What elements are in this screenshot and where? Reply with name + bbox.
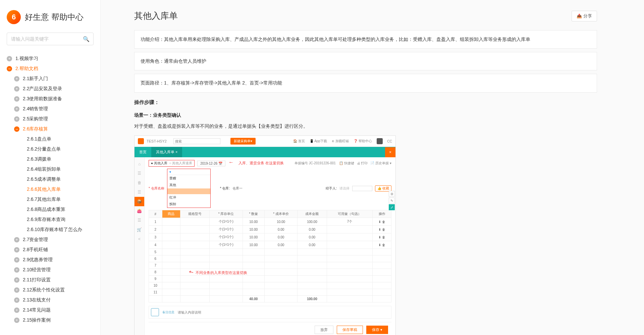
expand-icon[interactable]: + — [14, 277, 19, 283]
sidebar-item[interactable]: +2.4销售管理 — [7, 104, 94, 114]
expand-icon[interactable]: + — [14, 308, 19, 313]
ss-dropdown-head[interactable]: ▾ — [167, 169, 210, 175]
sidebar-item[interactable]: +2.13在线支付 — [7, 295, 94, 305]
ss-nav-icon-active[interactable]: 📦 — [135, 197, 144, 206]
ss-toolbar-link[interactable]: 📋 快捷键 — [339, 161, 354, 166]
expand-icon[interactable]: + — [14, 257, 19, 263]
ss-nav-icon[interactable]: 👛 — [135, 206, 144, 216]
expand-icon[interactable]: + — [14, 116, 19, 122]
share-button[interactable]: 📤 分享 — [572, 11, 597, 21]
sidebar-item[interactable]: 2.6.6其他入库单 — [7, 184, 94, 194]
expand-icon[interactable]: + — [14, 287, 19, 293]
expand-icon[interactable]: + — [14, 96, 19, 102]
ss-nav-icon[interactable]: 🗑 — [135, 178, 144, 187]
sidebar-item[interactable]: 2.6.8商品成本重算 — [7, 205, 94, 215]
search-icon[interactable]: 🔍 — [83, 36, 90, 42]
expand-icon[interactable]: + — [14, 297, 19, 303]
sidebar-item[interactable]: +2.3使用前数据准备 — [7, 94, 94, 104]
ss-filter-val3[interactable]: 请选择 — [339, 186, 350, 191]
collapse-icon[interactable]: − — [7, 66, 12, 71]
ss-top-link[interactable]: 🏠 首页 — [293, 139, 305, 144]
ss-search-input[interactable] — [173, 138, 220, 144]
ss-td — [210, 282, 243, 289]
ss-td — [327, 256, 373, 262]
ss-nav-icon[interactable]: ☰ — [135, 187, 144, 197]
sidebar-item-label: 2.13在线支付 — [23, 297, 51, 303]
ss-radio2[interactable]: ○ 其他入库退库 — [169, 161, 192, 166]
logo-icon: 6 — [7, 10, 21, 24]
sidebar-item[interactable]: −2.6库存核算 — [7, 124, 94, 134]
sidebar-item[interactable]: 2.6.4组装拆卸单 — [7, 164, 94, 174]
ss-nav-icon[interactable]: ☰ — [135, 216, 144, 225]
sidebar-item[interactable]: +2.7资金管理 — [7, 235, 94, 245]
ss-nav-icon[interactable]: ⌂ — [135, 159, 144, 169]
expand-icon[interactable]: + — [14, 76, 19, 81]
ss-tab-current[interactable]: 其他入库单 × — [151, 147, 182, 157]
ss-new-btn[interactable]: 新建采购单▾ — [230, 138, 256, 145]
ss-dropdown-item[interactable]: 受赠 — [167, 175, 210, 182]
sidebar-item[interactable]: −2.帮助文档 — [7, 64, 94, 74]
sidebar-item[interactable]: +2.9优惠券管理 — [7, 255, 94, 265]
ss-tab-close[interactable]: × — [385, 147, 395, 157]
sidebar-item[interactable]: +2.8手机旺铺 — [7, 245, 94, 255]
ss-cancel-button[interactable]: 放弃 — [315, 326, 333, 334]
sidebar-item[interactable]: +1.视频学习 — [7, 54, 94, 64]
ss-radio1[interactable]: ● 其他入库 — [151, 161, 167, 166]
ss-remark-input[interactable] — [178, 311, 389, 314]
sidebar-item[interactable]: 2.6.9库存账本查询 — [7, 215, 94, 225]
ss-top-link[interactable]: 📱 App下载 — [310, 139, 327, 144]
sidebar-item[interactable]: +2.15操作案例 — [7, 315, 94, 325]
ss-date[interactable]: 2019-12-26 📅 — [197, 161, 225, 166]
expand-icon[interactable]: + — [14, 318, 19, 323]
role-label: 使用角色： — [141, 58, 164, 64]
ss-toolbar-link[interactable]: 📄 历史单据 ▾ — [370, 161, 391, 166]
expand-icon[interactable]: + — [14, 247, 19, 253]
sidebar-item[interactable]: 2.6.7其他出库单 — [7, 194, 94, 205]
ss-dropdown-item[interactable] — [167, 188, 210, 194]
expand-icon[interactable]: + — [14, 86, 19, 92]
sidebar-item[interactable]: +2.2产品安装及登录 — [7, 84, 94, 94]
ss-td: 2 — [149, 226, 162, 233]
ss-avatar[interactable] — [377, 138, 383, 144]
sidebar-item[interactable]: +2.12系统个性化设置 — [7, 285, 94, 295]
sidebar-item[interactable]: +2.11打印设置 — [7, 275, 94, 285]
sidebar-item[interactable]: 2.6.10库存账本错了怎么办 — [7, 225, 94, 235]
expand-icon[interactable]: + — [14, 237, 19, 242]
collapse-icon[interactable]: − — [14, 126, 19, 132]
ss-dropdown-item[interactable]: 其他 — [167, 182, 210, 188]
ss-nav-icon[interactable]: ☰ — [135, 169, 144, 178]
ss-dropdown[interactable]: ▾ 受赠其他 红冲拆卸 — [167, 169, 211, 208]
ss-nav-icon[interactable]: < — [135, 234, 144, 244]
ss-top-link[interactable]: ❓ 帮助中心 — [354, 139, 372, 144]
ss-toolbar-link[interactable]: 🖨 打印 — [357, 161, 368, 166]
ss-th: # — [149, 210, 162, 218]
expand-icon[interactable]: + — [14, 267, 19, 273]
ss-small-input[interactable] — [352, 186, 372, 191]
ss-radio-group[interactable]: ● 其他入库 ○ 其他入库退库 — [149, 160, 195, 167]
ss-td — [180, 282, 210, 289]
ss-tool-icon[interactable]: ✎ — [389, 198, 395, 204]
ss-tool-icon[interactable]: ⤢ — [389, 204, 395, 210]
sidebar-item[interactable]: 2.6.5成本调整单 — [7, 174, 94, 184]
sidebar-item[interactable]: 2.6.1盘点单 — [7, 134, 94, 144]
sidebar-item[interactable]: +2.1新手入门 — [7, 74, 94, 84]
search-input[interactable] — [7, 33, 94, 45]
ss-tool-icon[interactable]: ⚙ — [389, 191, 395, 197]
sidebar-item[interactable]: +2.10经营管理 — [7, 265, 94, 275]
sidebar-item[interactable]: +2.14常见问题 — [7, 305, 94, 315]
expand-icon[interactable]: + — [7, 56, 12, 61]
sidebar-item-label: 2.6.6其他入库单 — [27, 186, 61, 192]
ss-dropdown-item[interactable]: 拆卸 — [167, 201, 210, 208]
ss-tab-home[interactable]: 首页 — [135, 147, 151, 157]
ss-td — [373, 249, 391, 256]
ss-dropdown-item[interactable]: 红冲 — [167, 194, 210, 201]
sidebar-item[interactable]: 2.6.2分量盘点单 — [7, 144, 94, 154]
ss-thumb-btn[interactable]: 👍 收藏 — [375, 185, 391, 191]
ss-nav-icon[interactable]: 🛒 — [135, 225, 144, 234]
expand-icon[interactable]: + — [14, 106, 19, 112]
ss-save-button[interactable]: 保存 ▾ — [366, 326, 388, 334]
sidebar-item[interactable]: 2.6.3调拨单 — [7, 154, 94, 164]
ss-top-link[interactable]: ⊕ 加载旺铺 — [332, 139, 349, 144]
sidebar-item[interactable]: +2.5采购管理 — [7, 114, 94, 124]
ss-draft-button[interactable]: 保存草稿 — [337, 326, 363, 334]
